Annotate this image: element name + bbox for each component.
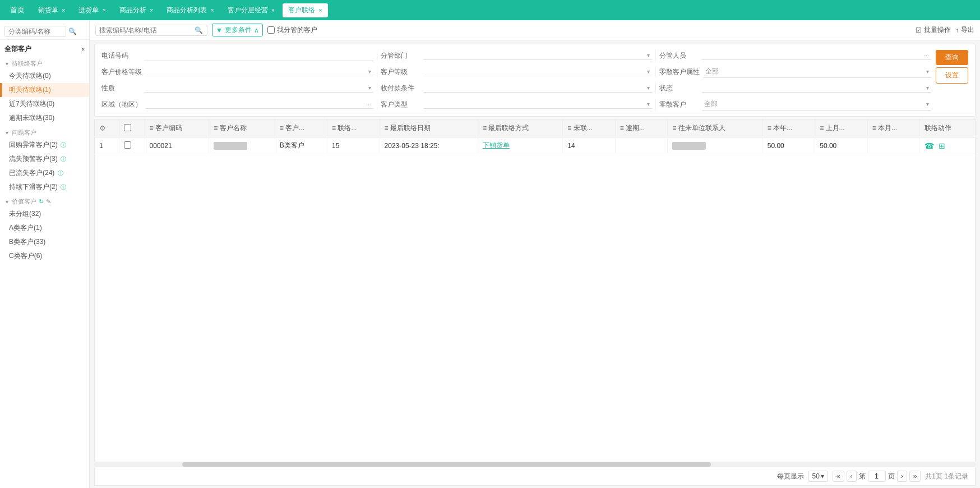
filter-field-status: 状态 ▾	[659, 84, 931, 93]
th-settings[interactable]: ⚙	[95, 119, 119, 137]
divider	[655, 50, 656, 61]
page-number-input[interactable]	[868, 471, 886, 482]
filter-select-region[interactable]: ···	[145, 100, 373, 109]
last-page-button[interactable]: »	[909, 471, 921, 482]
select-all-checkbox[interactable]	[124, 124, 131, 131]
prev-page-button[interactable]: ‹	[847, 471, 857, 482]
nav-tab-product-analysis[interactable]: 商品分析 ×	[114, 3, 159, 17]
close-icon[interactable]: ×	[210, 7, 214, 13]
table-footer: 每页显示 50 ▾ « ‹ 第 页 › » 共1页 1条记录	[94, 467, 976, 486]
th-contact-person[interactable]: ≡ 往来单位联系人	[668, 119, 763, 137]
sidebar-item-c-customers[interactable]: C类客户(6)	[0, 249, 89, 263]
dropdown-arrow-icon: ▾	[926, 101, 929, 107]
first-page-button[interactable]: «	[833, 471, 844, 482]
phone-icon[interactable]: ☎	[924, 141, 934, 150]
td-last-contact-method[interactable]: 下销货单	[478, 137, 562, 154]
filter-select-status[interactable]: ▾	[702, 84, 931, 93]
scrollbar-thumb[interactable]	[182, 462, 711, 467]
dropdown-arrow-icon: ▾	[647, 52, 650, 58]
th-checkbox[interactable]	[119, 119, 145, 137]
th-name[interactable]: ≡ 客户名称	[209, 119, 275, 137]
filter-select-dept[interactable]: ▾	[423, 51, 653, 60]
edit-icon[interactable]: ✎	[46, 198, 51, 205]
sidebar-search-input[interactable]	[4, 26, 66, 37]
th-last-contact-method[interactable]: ≡ 最后联络方式	[478, 119, 562, 137]
th-code[interactable]: ≡ 客户编码	[145, 119, 209, 137]
export-button[interactable]: ↑ 导出	[955, 25, 974, 35]
divider	[377, 82, 377, 94]
close-icon[interactable]: ×	[150, 7, 153, 13]
contact-method-link[interactable]: 下销货单	[483, 141, 510, 149]
sidebar-all-customers[interactable]: 全部客户 «	[0, 42, 89, 56]
filter-select-payment[interactable]: ▾	[423, 84, 653, 93]
close-icon[interactable]: ×	[102, 7, 105, 13]
filter-row-2: 客户价格等级 ▾ 客户等级 ▾	[101, 66, 931, 78]
filter-label-manager: 分管人员	[659, 51, 699, 61]
sidebar-item-7days-pending[interactable]: 近7天待联络(0)	[0, 97, 89, 111]
th-contact-count[interactable]: ≡ 联络...	[327, 119, 380, 137]
nav-tab-customer-contact[interactable]: 客户联络 ×	[283, 3, 327, 17]
filter-select-customer-grade[interactable]: ▾	[423, 67, 653, 76]
close-icon[interactable]: ×	[271, 7, 275, 13]
filter-select-manager[interactable]: ···	[702, 51, 931, 60]
next-page-button[interactable]: ›	[897, 471, 907, 482]
close-icon[interactable]: ×	[62, 7, 65, 13]
th-this-year[interactable]: ≡ 本年...	[762, 119, 815, 137]
nav-tab-customer-tier[interactable]: 客户分层经营 ×	[222, 3, 280, 17]
filter-select-customer-type[interactable]: ▾	[423, 100, 653, 109]
dropdown-arrow-icon: ▾	[821, 472, 824, 480]
nav-tab-sales[interactable]: 销货单 ×	[33, 3, 71, 17]
horizontal-scrollbar[interactable]	[94, 462, 976, 467]
filter-label-nature: 性质	[101, 84, 141, 93]
page-size-label: 每页显示	[777, 472, 804, 481]
table-row: 1 000021 B类客户 15 2023-05-23 18:25: 下销货单 …	[95, 137, 975, 154]
row-checkbox[interactable]	[124, 141, 131, 149]
set-button[interactable]: 设置	[936, 67, 968, 84]
sidebar-item-today-pending[interactable]: 今天待联络(0)	[0, 69, 89, 83]
filter-label-retail-attr: 零散客户属性	[659, 67, 700, 77]
sidebar-item-tomorrow-pending[interactable]: 明天待联络(1)	[0, 83, 89, 97]
td-checkbox[interactable]	[119, 137, 145, 154]
grid-icon[interactable]: ⊞	[939, 141, 945, 150]
th-overdue[interactable]: ≡ 逾期...	[615, 119, 667, 137]
filter-select-nature[interactable]: ▾	[144, 84, 373, 93]
sidebar-item-a-customers[interactable]: A类客户(1)	[0, 221, 89, 235]
filter-select-retail-attr[interactable]: 全部 ▾	[703, 66, 931, 78]
filter-field-retail-customer: 零散客户 全部 ▾	[659, 98, 931, 111]
sidebar-section-value: 价值客户 ↻ ✎	[0, 194, 89, 207]
batch-operation-button[interactable]: ☑ 批量操作	[916, 25, 951, 35]
sidebar-item-ungrouped[interactable]: 未分组(32)	[0, 207, 89, 221]
filter-input-phone[interactable]	[144, 50, 373, 61]
my-customer-checkbox[interactable]	[267, 26, 275, 34]
sidebar-item-declining[interactable]: 持续下滑客户(2) ⓘ	[0, 180, 89, 194]
query-button[interactable]: 查询	[936, 50, 968, 65]
sidebar-item-repurchase-abnormal[interactable]: 回购异常客户(2) ⓘ	[0, 138, 89, 152]
search-icon[interactable]: 🔍	[195, 26, 203, 34]
filter-label-dept: 分管部门	[381, 51, 420, 61]
th-customer-type[interactable]: ≡ 客户...	[275, 119, 327, 137]
refresh-icon[interactable]: ↻	[39, 198, 44, 205]
search-input[interactable]	[99, 26, 195, 34]
th-last-contact-date[interactable]: ≡ 最后联络日期	[380, 119, 478, 137]
td-last-month: 50.00	[815, 137, 867, 154]
th-this-month[interactable]: ≡ 本月...	[867, 119, 919, 137]
sidebar-item-churned[interactable]: 已流失客户(24) ⓘ	[0, 166, 89, 180]
dropdown-arrow-icon: ···	[924, 52, 929, 58]
page-size-select[interactable]: 50 ▾	[808, 471, 828, 482]
filter-more-button[interactable]: ▼ 更多条件 ∧	[212, 24, 263, 36]
my-customer-checkbox-label[interactable]: 我分管的客户	[267, 25, 317, 35]
sidebar-item-overdue-pending[interactable]: 逾期未联络(30)	[0, 111, 89, 125]
dropdown-arrow-icon: ▾	[926, 85, 929, 91]
sidebar-search-icon[interactable]: 🔍	[68, 27, 77, 35]
sidebar-item-churn-warning[interactable]: 流失预警客户(3) ⓘ	[0, 152, 89, 166]
filter-select-price-grade[interactable]: ▾	[145, 67, 373, 76]
nav-tab-product-analysis-list[interactable]: 商品分析列表 ×	[161, 3, 219, 17]
filter-select-retail-customer[interactable]: 全部 ▾	[702, 98, 931, 111]
th-uncontact[interactable]: ≡ 未联...	[563, 119, 615, 137]
divider	[377, 66, 377, 77]
nav-tab-purchase[interactable]: 进货单 ×	[73, 3, 111, 17]
sidebar-item-b-customers[interactable]: B类客户(33)	[0, 235, 89, 249]
th-last-month[interactable]: ≡ 上月...	[815, 119, 867, 137]
nav-home[interactable]: 首页	[4, 3, 30, 17]
close-icon[interactable]: ×	[318, 7, 322, 13]
